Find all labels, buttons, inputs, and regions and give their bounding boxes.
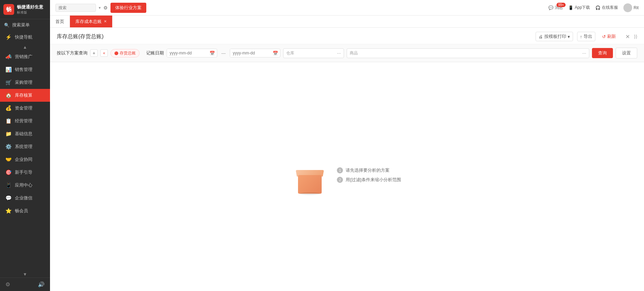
sidebar-item-wechat[interactable]: 💬 企业微信 <box>0 192 50 204</box>
box-shadow <box>300 192 320 195</box>
sidebar-item-operations[interactable]: 📋 经营管理 <box>0 115 50 127</box>
sidebar: 畅 畅捷通好生意 标准版 🔍 搜索菜单 ⚡ 快捷导航 ▲ 📣 营销推广 📊 销售… <box>0 0 50 291</box>
topbar-left: ▾ ⚙ 体验行业方案 <box>55 3 546 13</box>
online-support-button[interactable]: 🎧 在线客服 <box>595 5 618 10</box>
date-field-label: 记账日期 <box>146 50 164 56</box>
industry-solution-button[interactable]: 体验行业方案 <box>110 3 146 13</box>
warehouse-label: 仓库 <box>286 50 336 56</box>
vip-label: 畅会员 <box>15 208 45 214</box>
expand-panel-icon[interactable]: ⟩⟩ <box>634 34 637 39</box>
box-body <box>298 175 322 194</box>
sidebar-item-basic[interactable]: 📁 基础信息 <box>0 127 50 140</box>
close-panel-button[interactable]: ✕ <box>625 33 630 40</box>
messages-button[interactable]: 💬 消息 99+ <box>548 5 563 10</box>
condition-tag-label: 存货总账 <box>120 50 136 56</box>
content-area: 库存总账(存货总账) 🖨 按模板打印 ▾ ↑ 导出 ↺ 刷新 ✕ ⟩⟩ <box>50 28 644 291</box>
export-icon: ↑ <box>580 34 583 39</box>
sidebar-item-system[interactable]: ⚙️ 系统管理 <box>0 140 50 153</box>
guide-icon: 🎯 <box>5 169 11 175</box>
calendar-start-icon[interactable]: 📅 <box>207 51 217 56</box>
home-tab-label: 首页 <box>55 19 64 25</box>
warehouse-select[interactable]: 仓库 ··· <box>283 48 344 58</box>
date-start-input[interactable] <box>167 49 207 57</box>
product-more-icon: ··· <box>582 50 586 56</box>
empty-step-1: 1 请先选择要分析的方案 <box>337 167 401 173</box>
print-button[interactable]: 🖨 按模板打印 ▾ <box>536 32 573 41</box>
purchase-label: 采购管理 <box>15 79 45 86</box>
app-download-button[interactable]: 📱 App下载 <box>568 5 590 10</box>
wechat-icon: 💬 <box>5 195 11 201</box>
phone-icon: 📱 <box>568 5 573 10</box>
date-end-input-group: 📅 <box>230 49 280 57</box>
topbar: ▾ ⚙ 体验行业方案 💬 消息 99+ 📱 App下载 🎧 在线客服 Rit <box>50 0 644 16</box>
marketing-label: 营销推广 <box>15 54 45 60</box>
sidebar-item-guide[interactable]: 🎯 新手引导 <box>0 166 50 179</box>
sidebar-scroll-down[interactable]: ▼ <box>0 271 50 277</box>
filter-collapse-button[interactable]: « <box>100 49 108 57</box>
empty-step-2: 2 用[过滤]条件来缩小分析范围 <box>337 177 401 183</box>
logo-text: 畅捷通好生意 标准版 <box>17 4 43 15</box>
message-icon: 💬 <box>548 5 553 10</box>
sidebar-nav: 📣 营销推广 📊 销售管理 🛒 采购管理 🏠 库存核算 💰 资金管理 📋 经营管… <box>0 50 50 271</box>
empty-illustration <box>293 160 327 194</box>
condition-icon: 🔴 <box>114 51 118 55</box>
sales-label: 销售管理 <box>15 67 45 73</box>
sidebar-item-purchase[interactable]: 🛒 采购管理 <box>0 76 50 89</box>
sidebar-item-sales[interactable]: 📊 销售管理 <box>0 63 50 76</box>
tab-close-icon[interactable]: ✕ <box>104 19 107 24</box>
query-button[interactable]: 查询 <box>592 48 613 58</box>
sidebar-item-marketing[interactable]: 📣 营销推广 <box>0 50 50 63</box>
breadcrumb-input[interactable] <box>55 4 96 12</box>
filter-panel: 按以下方案查询 + « 🔴 存货总账 记账日期 📅 — 📅 <box>50 44 644 62</box>
refresh-icon: ↺ <box>602 34 606 39</box>
filter-row: 按以下方案查询 + « 🔴 存货总账 记账日期 📅 — 📅 <box>57 48 637 58</box>
empty-state: 1 请先选择要分析的方案 2 用[过滤]条件来缩小分析范围 <box>50 62 644 291</box>
headset-icon: 🎧 <box>595 5 600 10</box>
sidebar-item-finance[interactable]: 💰 资金管理 <box>0 102 50 115</box>
warehouse-more-icon: ··· <box>337 50 341 56</box>
date-start-input-group: 📅 <box>167 49 217 57</box>
filter-actions: 查询 设置 <box>592 48 637 58</box>
basic-label: 基础信息 <box>15 131 45 137</box>
sidebar-item-inventory[interactable]: 🏠 库存核算 <box>0 89 50 102</box>
sidebar-scroll-up[interactable]: ▲ <box>0 44 50 50</box>
step-2-text: 用[过滤]条件来缩小分析范围 <box>346 177 401 183</box>
search-label: 搜索菜单 <box>12 22 30 28</box>
sidebar-item-cooperation[interactable]: 🤝 企业协同 <box>0 153 50 166</box>
chevron-down-icon[interactable]: ▾ <box>99 5 101 10</box>
empty-text: 1 请先选择要分析的方案 2 用[过滤]条件来缩小分析范围 <box>337 167 401 186</box>
sidebar-search[interactable]: 🔍 搜索菜单 <box>0 19 50 31</box>
appcenter-label: 应用中心 <box>15 182 45 188</box>
condition-tag[interactable]: 🔴 存货总账 <box>110 49 140 57</box>
product-select[interactable]: 商品 ··· <box>347 48 589 58</box>
operations-icon: 📋 <box>5 118 11 124</box>
tab-home[interactable]: 首页 <box>50 16 70 27</box>
sidebar-item-appcenter[interactable]: 📱 应用中心 <box>0 179 50 192</box>
audio-footer-icon[interactable]: 🔊 <box>38 281 45 288</box>
print-icon: 🖨 <box>539 34 543 39</box>
product-label: 商品 <box>350 50 581 56</box>
tab-inventory-cost[interactable]: 库存成本总账 ✕ <box>70 16 113 27</box>
settings-footer-icon[interactable]: ⚙ <box>5 281 10 288</box>
sidebar-item-quicknav[interactable]: ⚡ 快捷导航 <box>0 31 50 44</box>
user-name: Rit <box>634 5 639 10</box>
topbar-gear-icon[interactable]: ⚙ <box>103 5 108 10</box>
filter-add-button[interactable]: + <box>90 49 98 57</box>
refresh-button[interactable]: ↺ 刷新 <box>599 32 619 41</box>
operations-label: 经营管理 <box>15 118 45 124</box>
user-menu[interactable]: Rit <box>623 3 639 12</box>
date-end-input[interactable] <box>230 49 271 57</box>
page-actions: 🖨 按模板打印 ▾ ↑ 导出 ↺ 刷新 ✕ ⟩⟩ <box>536 32 638 41</box>
sidebar-item-vip[interactable]: ⭐ 畅会员 <box>0 204 50 217</box>
vip-icon: ⭐ <box>5 208 11 214</box>
filter-settings-button[interactable]: 设置 <box>616 48 637 58</box>
quicknav-label: 快捷导航 <box>15 34 45 40</box>
export-button[interactable]: ↑ 导出 <box>577 32 596 41</box>
topbar-right: 💬 消息 99+ 📱 App下载 🎧 在线客服 Rit <box>548 3 639 12</box>
finance-icon: 💰 <box>5 105 11 111</box>
calendar-end-icon[interactable]: 📅 <box>271 51 280 56</box>
cooperation-label: 企业协同 <box>15 156 45 163</box>
step-2-num: 2 <box>337 177 343 183</box>
page-header: 库存总账(存货总账) 🖨 按模板打印 ▾ ↑ 导出 ↺ 刷新 ✕ ⟩⟩ <box>50 28 644 44</box>
system-icon: ⚙️ <box>5 144 11 150</box>
